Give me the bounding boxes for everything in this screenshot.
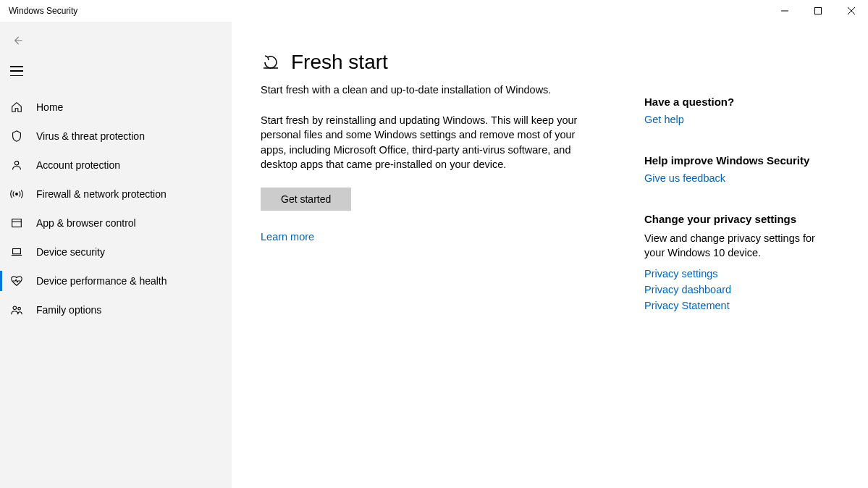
sidebar-item-app-browser[interactable]: App & browser control <box>0 209 232 237</box>
aside-text: View and change privacy settings for you… <box>644 231 833 261</box>
give-feedback-link[interactable]: Give us feedback <box>644 172 833 184</box>
sidebar-item-label: Virus & threat protection <box>36 130 145 142</box>
privacy-dashboard-link[interactable]: Privacy dashboard <box>644 284 833 295</box>
window-icon <box>10 216 23 230</box>
get-started-button[interactable]: Get started <box>261 188 351 211</box>
aside-panel: Have a question? Get help Help improve W… <box>644 51 833 488</box>
sidebar-item-label: App & browser control <box>36 217 136 229</box>
get-help-link[interactable]: Get help <box>644 114 833 125</box>
hamburger-menu-icon[interactable] <box>10 66 23 76</box>
main-content: Fresh start Start fresh with a clean and… <box>261 51 601 488</box>
heart-icon <box>10 274 23 287</box>
minimize-button[interactable] <box>768 0 801 22</box>
page-subtitle: Start fresh with a clean and up-to-date … <box>261 84 601 96</box>
sidebar-item-device-security[interactable]: Device security <box>0 237 232 266</box>
privacy-settings-link[interactable]: Privacy settings <box>644 268 833 279</box>
sidebar-item-virus[interactable]: Virus & threat protection <box>0 122 232 151</box>
sidebar-item-label: Device security <box>36 246 105 258</box>
sidebar-item-account[interactable]: Account protection <box>0 151 232 180</box>
page-title: Fresh start <box>291 51 388 74</box>
maximize-button[interactable] <box>801 0 835 22</box>
aside-question-section: Have a question? Get help <box>644 96 833 125</box>
sidebar-item-label: Family options <box>36 304 101 316</box>
sidebar: Home Virus & threat protection Account p… <box>0 22 232 488</box>
laptop-icon <box>10 245 23 258</box>
aside-heading: Have a question? <box>644 96 833 108</box>
sidebar-item-home[interactable]: Home <box>0 93 232 122</box>
svg-point-9 <box>13 306 17 310</box>
sidebar-item-firewall[interactable]: Firewall & network protection <box>0 180 232 209</box>
back-button[interactable] <box>10 33 28 51</box>
titlebar: Windows Security <box>0 0 868 22</box>
sidebar-item-label: Account protection <box>36 159 120 171</box>
aside-feedback-section: Help improve Windows Security Give us fe… <box>644 154 833 184</box>
shield-icon <box>10 130 23 143</box>
svg-point-5 <box>16 193 18 195</box>
aside-heading: Change your privacy settings <box>644 213 833 225</box>
people-icon <box>10 303 23 316</box>
svg-rect-8 <box>13 249 21 254</box>
person-icon <box>10 159 23 172</box>
svg-rect-6 <box>12 219 22 227</box>
sidebar-item-device-performance[interactable]: Device performance & health <box>0 266 232 295</box>
svg-point-10 <box>18 307 21 310</box>
home-icon <box>10 101 23 114</box>
sidebar-item-label: Home <box>36 101 63 113</box>
aside-privacy-section: Change your privacy settings View and ch… <box>644 213 833 311</box>
svg-point-4 <box>14 161 18 165</box>
refresh-icon <box>261 52 281 72</box>
antenna-icon <box>10 188 23 201</box>
sidebar-item-label: Firewall & network protection <box>36 188 167 200</box>
learn-more-link[interactable]: Learn more <box>261 231 601 243</box>
window-title: Windows Security <box>0 6 77 16</box>
close-button[interactable] <box>835 0 868 22</box>
sidebar-item-family[interactable]: Family options <box>0 295 232 324</box>
aside-heading: Help improve Windows Security <box>644 154 833 167</box>
page-body-text: Start fresh by reinstalling and updating… <box>261 113 601 172</box>
sidebar-item-label: Device performance & health <box>36 275 167 287</box>
svg-rect-1 <box>815 8 822 14</box>
privacy-statement-link[interactable]: Privacy Statement <box>644 300 833 311</box>
